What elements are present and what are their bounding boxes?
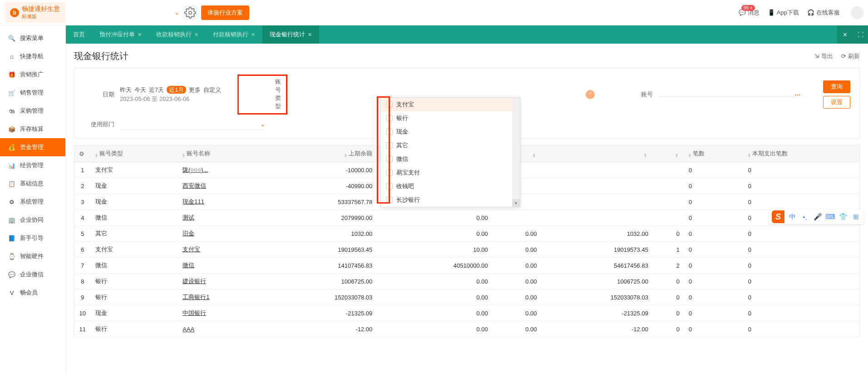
- department-select[interactable]: ⌄: [120, 119, 265, 130]
- checkbox[interactable]: [386, 129, 393, 135]
- export-link[interactable]: ⇲导出: [814, 52, 833, 60]
- checkbox[interactable]: [386, 101, 393, 108]
- chevron-down-icon[interactable]: ⌄: [174, 9, 179, 16]
- sidebar-item-0[interactable]: 🔍搜索菜单: [0, 29, 65, 47]
- col-header-0[interactable]: ▴▾账号类型: [91, 145, 178, 162]
- checkbox[interactable]: [386, 156, 393, 162]
- cell-c7: 0: [653, 226, 684, 242]
- col-header-2[interactable]: ▴▾上期余额: [266, 145, 377, 162]
- messages-link[interactable]: 💬 99 + 消息: [739, 9, 760, 17]
- industry-plan-button[interactable]: 体验行业方案: [201, 5, 249, 20]
- sidebar-item-14[interactable]: V畅会员: [0, 284, 65, 302]
- cell-prev: 19019563.45: [266, 242, 377, 258]
- col-header-6[interactable]: ▴▾: [653, 145, 684, 162]
- checkbox[interactable]: [386, 183, 393, 189]
- dropdown-item-7[interactable]: 长沙银行: [381, 193, 520, 207]
- sidebar-item-10[interactable]: 🏢企业协同: [0, 211, 65, 229]
- tab-expand-button[interactable]: ⛶: [853, 25, 868, 44]
- close-icon[interactable]: ✕: [251, 32, 255, 38]
- query-button[interactable]: 查询: [823, 80, 850, 93]
- cell-count: 0: [684, 178, 744, 194]
- sidebar-item-6[interactable]: 💰资金管理: [0, 138, 65, 156]
- col-header-7[interactable]: ▴▾笔数: [684, 145, 744, 162]
- shirt-icon[interactable]: 👕: [838, 212, 848, 222]
- tab-2[interactable]: 付款核销执行✕: [206, 25, 262, 44]
- cell-name[interactable]: AAA: [178, 321, 266, 337]
- app-download-link[interactable]: 📱App下载: [768, 9, 799, 17]
- refresh-link[interactable]: ⟳刷新: [841, 52, 860, 60]
- mic-icon[interactable]: 🎤: [813, 212, 823, 222]
- checkbox[interactable]: [386, 197, 393, 203]
- account-label: 账号: [622, 90, 658, 99]
- col-header-8[interactable]: ▴▾本期支出笔数: [744, 145, 860, 162]
- sidebar-item-4[interactable]: 🛍采购管理: [0, 102, 65, 120]
- dropdown-item-0[interactable]: 支付宝: [381, 98, 520, 111]
- close-icon[interactable]: ✕: [194, 32, 198, 38]
- sidebar-icon: 📊: [8, 162, 15, 169]
- tab-3[interactable]: 现金银行统计✕: [262, 25, 319, 44]
- filter-settings-button[interactable]: 设置: [823, 96, 850, 109]
- sidebar-icon: 📘: [8, 234, 15, 242]
- mobile-icon: 📱: [768, 9, 775, 16]
- account-input[interactable]: [658, 93, 794, 97]
- sidebar-item-13[interactable]: 💬企业微信: [0, 265, 65, 284]
- ime-lang[interactable]: 中: [787, 212, 797, 222]
- date-quick-0[interactable]: 昨天: [120, 86, 132, 93]
- checkbox[interactable]: [386, 115, 393, 121]
- col-header-1[interactable]: ▴▾账号名称: [178, 145, 266, 162]
- cell-name[interactable]: 中国银行: [178, 305, 266, 321]
- avatar[interactable]: [851, 6, 863, 19]
- keyboard-icon[interactable]: ⌨: [825, 212, 835, 222]
- dropdown-item-5[interactable]: 易宝支付: [381, 166, 520, 180]
- cell-name[interactable]: 西安微信: [178, 178, 266, 194]
- sogou-logo-icon[interactable]: S: [772, 210, 784, 223]
- sidebar-item-9[interactable]: ⚙系统管理: [0, 193, 65, 211]
- checkbox[interactable]: [386, 142, 393, 149]
- date-quick-4[interactable]: 更多: [189, 86, 201, 93]
- tab-0[interactable]: 预付冲应付单✕: [92, 25, 149, 44]
- date-quick-2[interactable]: 近7天: [149, 86, 164, 93]
- company-selector[interactable]: [74, 11, 165, 15]
- sidebar-icon: 💰: [8, 144, 15, 151]
- cell-name[interactable]: 旧金: [178, 226, 266, 242]
- grid-icon[interactable]: ⊞: [851, 212, 861, 222]
- col-header-5[interactable]: ▴▾: [542, 145, 653, 162]
- ime-punct-icon[interactable]: •,: [800, 212, 810, 222]
- date-quick-5[interactable]: 自定义: [203, 86, 221, 93]
- sidebar-item-8[interactable]: 📋基础信息: [0, 175, 65, 193]
- gear-icon[interactable]: [184, 6, 197, 19]
- scroll-down-icon[interactable]: ▾: [512, 199, 520, 207]
- date-quick-3[interactable]: 近1月: [167, 86, 186, 94]
- cell-name[interactable]: 支付宝: [178, 242, 266, 258]
- tab-1[interactable]: 收款核销执行✕: [149, 25, 206, 44]
- dropdown-item-6[interactable]: 收钱吧: [381, 180, 520, 193]
- dropdown-item-1[interactable]: 银行: [381, 111, 520, 125]
- cell-c7: 0: [653, 274, 684, 289]
- dropdown-item-4[interactable]: 微信: [381, 152, 520, 166]
- cell-name[interactable]: 建设银行: [178, 274, 266, 289]
- more-filters-icon[interactable]: ⋯: [794, 91, 801, 98]
- online-service-link[interactable]: 🎧在线客服: [807, 9, 840, 17]
- cell-name[interactable]: 陇(○○○)...: [178, 162, 266, 178]
- dropdown-scrollbar[interactable]: ▾: [512, 98, 520, 207]
- sidebar-item-7[interactable]: 📊经营管理: [0, 156, 65, 175]
- sidebar-item-5[interactable]: 📦库存核算: [0, 120, 65, 138]
- dropdown-item-2[interactable]: 现金: [381, 125, 520, 139]
- tab-close-button[interactable]: ✕: [837, 25, 853, 44]
- table-settings-header[interactable]: ⚙: [74, 145, 91, 162]
- close-icon[interactable]: ✕: [138, 32, 142, 38]
- sidebar-item-3[interactable]: 🛒销售管理: [0, 84, 65, 102]
- sidebar-item-12[interactable]: ⌚智能硬件: [0, 247, 65, 265]
- dropdown-item-3[interactable]: 其它: [381, 139, 520, 152]
- date-quick-1[interactable]: 今天: [134, 86, 146, 93]
- cell-name[interactable]: 现金111: [178, 194, 266, 210]
- cell-name[interactable]: 测试: [178, 210, 266, 226]
- close-icon[interactable]: ✕: [308, 32, 312, 38]
- cell-name[interactable]: 微信: [178, 258, 266, 274]
- sidebar-item-2[interactable]: 🎁营销推广: [0, 65, 65, 84]
- tab-home[interactable]: 首页: [66, 25, 92, 44]
- sidebar-item-1[interactable]: ⌂快捷导航: [0, 47, 65, 65]
- sidebar-item-11[interactable]: 📘新手引导: [0, 229, 65, 247]
- checkbox[interactable]: [386, 170, 393, 176]
- cell-name[interactable]: 工商银行1: [178, 289, 266, 305]
